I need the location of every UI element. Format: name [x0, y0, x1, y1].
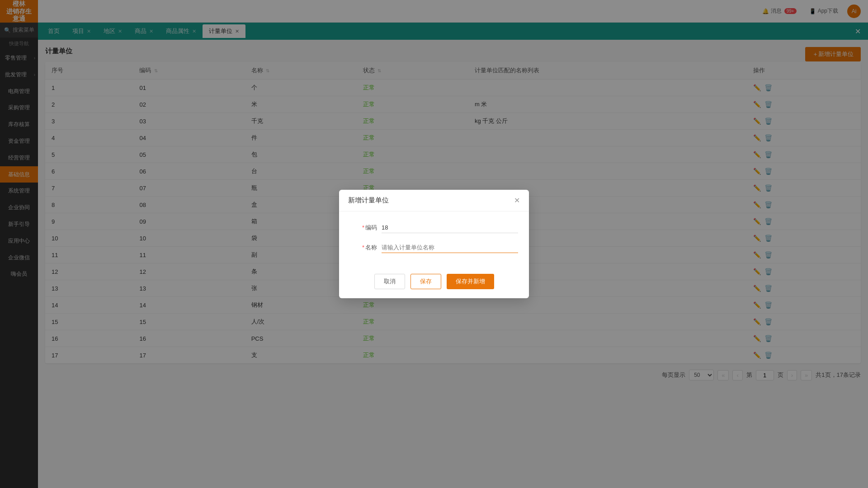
- name-input[interactable]: [382, 242, 518, 253]
- name-label: *名称: [350, 244, 377, 252]
- form-row-name: *名称: [350, 242, 518, 253]
- required-mark: *: [362, 224, 364, 231]
- required-mark-2: *: [362, 244, 364, 251]
- modal-title: 新增计量单位: [348, 196, 389, 205]
- modal-header: 新增计量单位 ✕: [339, 190, 529, 211]
- code-input[interactable]: [382, 222, 518, 233]
- cancel-button[interactable]: 取消: [374, 274, 405, 289]
- form-row-code: *编码: [350, 222, 518, 233]
- add-unit-modal: 新增计量单位 ✕ *编码 *名称 取消 保存 保存并新增: [339, 190, 529, 298]
- modal-footer: 取消 保存 保存并新增: [339, 269, 529, 298]
- modal-overlay[interactable]: 新增计量单位 ✕ *编码 *名称 取消 保存 保存并新增: [0, 0, 868, 488]
- modal-body: *编码 *名称: [339, 211, 529, 269]
- code-label: *编码: [350, 224, 377, 232]
- save-button[interactable]: 保存: [410, 274, 441, 289]
- modal-close-button[interactable]: ✕: [514, 197, 520, 204]
- save-and-new-button[interactable]: 保存并新增: [447, 274, 494, 289]
